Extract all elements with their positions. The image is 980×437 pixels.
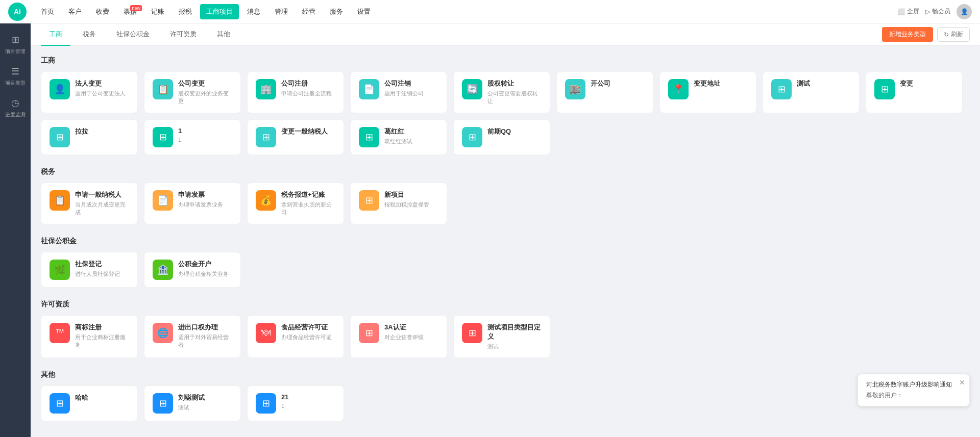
cards-grid-其他: ⊞哈哈⊞刘聪测试测试⊞211 [41, 385, 970, 421]
card-刘聪测试[interactable]: ⊞刘聪测试测试 [144, 385, 241, 421]
fullscreen-btn[interactable]: ⬜ 全屏 [897, 7, 919, 16]
card-icon: 📋 [153, 79, 173, 99]
card-食品经营许可证[interactable]: 🍽食品经营许可证办理食品经营许可证 [247, 315, 344, 358]
card-title: 股权转让 [487, 79, 542, 88]
card-title: 申请一般纳税人 [75, 190, 129, 199]
card-新项目[interactable]: ⊞新项目报税加税控盘保管 [350, 183, 447, 224]
card-title: 新项目 [384, 190, 438, 199]
card-测试项目类型目定义[interactable]: ⊞测试项目类型目定义测试 [453, 315, 550, 358]
card-icon: ⊞ [771, 79, 792, 99]
tab-社保公积金[interactable]: 社保公积金 [108, 23, 158, 46]
card-icon: 🌐 [153, 323, 173, 343]
card-title: 3A认证 [384, 323, 438, 332]
card-icon: ⊞ [153, 127, 173, 147]
refresh-button[interactable]: ↻ 刷新 [937, 27, 970, 42]
nav-item-工商项目[interactable]: 工商项目 [200, 4, 239, 19]
nav-item-设置[interactable]: 设置 [351, 4, 377, 19]
card-变更一般纳税人[interactable]: ⊞变更一般纳税人 [247, 119, 344, 155]
avatar[interactable]: 👤 [957, 4, 972, 19]
card-desc: 进行人员社保登记 [75, 270, 129, 278]
tab-许可资质[interactable]: 许可资质 [162, 23, 205, 46]
card-公积金开户[interactable]: 🏦公积金开户办理公积金相关业务 [144, 252, 241, 288]
nav-item-报税[interactable]: 报税 [173, 4, 198, 19]
card-葛红红[interactable]: ⊞葛红红葛红红测试 [350, 119, 447, 155]
card-icon: ™ [50, 323, 70, 343]
card-icon: 🔄 [462, 79, 482, 99]
tab-税务[interactable]: 税务 [75, 23, 104, 46]
card-icon: ⊞ [256, 127, 276, 147]
nav-item-管理[interactable]: 管理 [268, 4, 294, 19]
card-desc: 1 [178, 136, 232, 144]
tab-其他[interactable]: 其他 [209, 23, 238, 46]
card-title: 社保登记 [75, 260, 129, 269]
card-title: 开公司 [591, 79, 645, 88]
card-3A认证[interactable]: ⊞3A认证对企业信誉评级 [350, 315, 447, 358]
card-公司注销[interactable]: 📄公司注销适用于注销公司 [350, 71, 447, 113]
card-title: 拉拉 [75, 127, 129, 136]
card-申请发票[interactable]: 📄申请发票办理申请发票业务 [144, 183, 241, 224]
notification-desc: 尊敬的用户： [866, 391, 961, 400]
card-前期QQ[interactable]: ⊞前期QQ [453, 119, 550, 155]
card-商标注册[interactable]: ™商标注册用于企业商标注册服务 [41, 315, 138, 358]
notification-close[interactable]: ✕ [959, 378, 965, 387]
card-desc: 当月或次月成变更完成 [75, 201, 129, 217]
sidebar: ⊞项目管理☰项目类型◷进度监测 [0, 23, 31, 437]
card-icon: ⊞ [874, 79, 895, 99]
new-type-button[interactable]: 新增业务类型 [882, 27, 933, 42]
card-股权转让[interactable]: 🔄股权转让公司变更需要股权转让 [453, 71, 550, 113]
card-测试[interactable]: ⊞测试 [763, 71, 860, 113]
card-title: 1 [178, 127, 232, 135]
card-变更地址[interactable]: 📍变更地址 [659, 71, 756, 113]
card-icon: 🍽 [256, 323, 276, 343]
card-title: 刘聪测试 [178, 393, 232, 402]
sidebar-item-项目类型[interactable]: ☰项目类型 [0, 60, 31, 92]
card-title: 公积金开户 [178, 260, 232, 269]
notification-title: 河北税务数字账户升级影响通知 [866, 380, 961, 389]
card-法人变更[interactable]: 👤法人变更适用于公司变更法人 [41, 71, 138, 113]
card-title: 进出口权办理 [178, 323, 232, 332]
card-申请一般纳税人[interactable]: 📋申请一般纳税人当月或次月成变更完成 [41, 183, 138, 224]
card-icon: ⊞ [359, 127, 379, 147]
card-title: 食品经营许可证 [281, 323, 335, 332]
nav-item-记账[interactable]: 记账 [145, 4, 170, 19]
card-哈哈[interactable]: ⊞哈哈 [41, 385, 138, 421]
card-desc: 适用于对外贸易经营者 [178, 333, 232, 349]
card-icon: ⊞ [50, 393, 70, 414]
sidebar-item-进度监测[interactable]: ◷进度监测 [0, 92, 31, 123]
card-进出口权办理[interactable]: 🌐进出口权办理适用于对外贸易经营者 [144, 315, 241, 358]
card-desc: 用于企业商标注册服务 [75, 333, 129, 349]
card-desc: 报税加税控盘保管 [384, 201, 438, 209]
cards-grid-工商: 👤法人变更适用于公司变更法人📋公司变更股权变更外的业务变更🏢公司注册申请公司注册… [41, 71, 970, 155]
card-社保登记[interactable]: 🌿社保登记进行人员社保登记 [41, 252, 138, 288]
card-拉拉[interactable]: ⊞拉拉 [41, 119, 138, 155]
card-公司变更[interactable]: 📋公司变更股权变更外的业务变更 [144, 71, 241, 113]
card-icon: 🏢 [256, 79, 276, 99]
card-21[interactable]: ⊞211 [247, 385, 344, 421]
card-title: 法人变更 [75, 79, 129, 88]
tabs-bar: 工商税务社保公积金许可资质其他 新增业务类型 ↻ 刷新 [31, 23, 980, 46]
nav-item-票据[interactable]: 票据new [117, 4, 143, 19]
sidebar-item-项目管理[interactable]: ⊞项目管理 [0, 29, 31, 60]
content-area: 工商👤法人变更适用于公司变更法人📋公司变更股权变更外的业务变更🏢公司注册申请公司… [31, 46, 980, 437]
vip-btn[interactable]: ▷ 畅会员 [925, 7, 950, 16]
tab-工商[interactable]: 工商 [41, 23, 70, 46]
card-开公司[interactable]: 🏬开公司 [556, 71, 653, 113]
nav-item-收费[interactable]: 收费 [90, 4, 115, 19]
card-icon: 🏬 [565, 79, 585, 99]
card-title: 公司注册 [281, 79, 335, 88]
card-title: 前期QQ [487, 127, 542, 136]
nav-item-首页[interactable]: 首页 [35, 4, 60, 19]
nav-item-客户[interactable]: 客户 [62, 4, 88, 19]
card-税务报道+记账[interactable]: 💰税务报道+记账拿到营业执照的新公司 [247, 183, 344, 224]
nav-item-服务[interactable]: 服务 [324, 4, 349, 19]
nav-item-经营[interactable]: 经营 [296, 4, 322, 19]
card-公司注册[interactable]: 🏢公司注册申请公司注册全流程 [247, 71, 344, 113]
card-1[interactable]: ⊞11 [144, 119, 241, 155]
card-变更[interactable]: ⊞变更 [866, 71, 963, 113]
card-title: 测试 [797, 79, 851, 88]
card-desc: 申请公司注册全流程 [281, 90, 335, 97]
sidebar-icon: ◷ [9, 97, 21, 109]
nav-item-消息[interactable]: 消息 [241, 4, 266, 19]
card-icon: ⊞ [462, 323, 482, 343]
card-desc: 办理食品经营许可证 [281, 333, 335, 341]
